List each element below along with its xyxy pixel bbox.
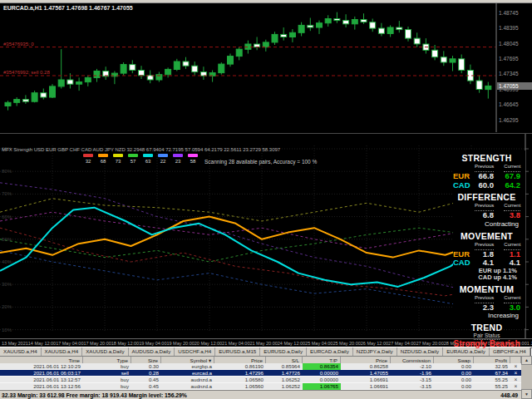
close-order-button[interactable]: ×: [510, 370, 521, 377]
percent-tick-label: 50%: [2, 237, 12, 242]
cell-symbol: audnzd.a: [161, 377, 214, 383]
movement-row-cad: CAD 4.1 4.1: [453, 259, 520, 268]
trend-status: Strongly Bearish: [453, 339, 520, 349]
momentum-current: 3.0: [510, 303, 520, 313]
cad-up-note: CAD up 4.1%: [453, 274, 520, 282]
usd-strength-value: 32: [83, 159, 93, 164]
currency-legend-values: 3268735763222358: [83, 159, 198, 164]
cad-label: CAD: [453, 259, 475, 268]
movement-subheader: Previous Current: [453, 241, 520, 250]
time-axis-label: 14 May 12:00: [28, 341, 56, 346]
strength-line-chf: [0, 224, 524, 262]
cell-commission: -3.15: [391, 383, 434, 390]
table-scrollbar[interactable]: ▲ ▼: [521, 356, 532, 399]
cell-commission: -2.10: [391, 363, 434, 370]
cell-type: sell: [83, 370, 131, 377]
scroll-down-button[interactable]: ▼: [521, 389, 532, 399]
candlestick-chart: #35476935; 0#35476992; sell 0.28: [0, 3, 532, 132]
nzd-strength-value: 58: [188, 159, 198, 164]
total-profit: 448.49: [500, 392, 518, 398]
difference-prev: 6.8: [483, 211, 494, 220]
momentum-subheader: Previous Current: [453, 294, 520, 303]
momentum-section-title: MOMENTUM: [453, 284, 520, 294]
time-axis-label: 17 May 04:00: [56, 341, 83, 346]
cell-symbol: eurcad.a: [161, 370, 214, 377]
difference-current: 3.8: [510, 211, 520, 220]
time-axis-label: 25 May 20:00: [332, 341, 360, 346]
cad-movement-prev: 4.1: [483, 259, 494, 268]
order-line-label: #35476935; 0: [3, 42, 34, 47]
momentum-note: Increasing: [453, 312, 520, 320]
close-order-button[interactable]: ×: [510, 363, 521, 370]
cell-price: 1.47296: [214, 370, 266, 377]
cell-size: 0.45: [131, 383, 161, 390]
percent-tick-label: 80%: [2, 169, 12, 174]
table-row[interactable]: 2021.06.01 13:12:57buy0.45audnzd.a1.0658…: [0, 377, 521, 383]
table-row[interactable]: 2021.06.01 12:10:29buy0.30eurgbp.a0.8619…: [0, 363, 521, 370]
cad-prev-value: 60.0: [479, 181, 495, 190]
table-row[interactable]: 2021.06.01 13:12:56buy0.45audnzd.a1.0656…: [0, 383, 521, 390]
time-axis-label: 17 May 20:00: [83, 341, 111, 346]
cad-current-value: 64.2: [505, 181, 521, 190]
cad-legend-swatch: [143, 154, 153, 157]
strength-indicator-pane[interactable]: MFX Strength USD EUR GBP CHF CAD AUD JPY…: [0, 133, 532, 339]
difference-values: 6.8 3.8: [453, 211, 520, 220]
cell-price: 1.06691: [341, 383, 391, 390]
percent-tick-label: 40%: [2, 259, 12, 264]
cell-time: 2021.06.01 12:10:29: [0, 363, 83, 370]
time-axis-label: 21 May 20:00: [249, 341, 277, 346]
time-axis-label: 20 May 12:00: [195, 341, 222, 346]
candles: [5, 12, 491, 111]
difference-section-title: DIFFERENCE: [453, 192, 520, 202]
cell-type: buy: [83, 363, 131, 370]
eur-prev-value: 66.8: [479, 172, 495, 181]
cell-profit: 67.34: [474, 370, 510, 377]
cell-swap: 0.00: [434, 377, 474, 383]
eur-label: EUR: [453, 172, 475, 181]
price-tick-label: 1.48395: [499, 25, 519, 31]
cell-commission: -1.96: [391, 370, 434, 377]
percent-tick-label: 10%: [2, 328, 12, 332]
price-tick-label: 1.48745: [499, 10, 519, 16]
price-chart-pane[interactable]: EURCAD.a,H1 1.47567 1.47698 1.46767 1.47…: [0, 3, 532, 132]
table-row[interactable]: 2021.06.01 06:03:17sell0.28eurcad.a1.472…: [0, 370, 521, 377]
time-axis-label: 18 May 12:00: [111, 341, 139, 346]
movement-section-title: MOVEMENT: [453, 231, 520, 241]
price-tick-label: 1.47345: [499, 71, 519, 76]
cell-swap: 0.00: [434, 363, 474, 370]
cell-profit: 55.25: [474, 377, 510, 383]
chf-legend-swatch: [128, 154, 138, 157]
analysis-panel: STRENGTH Previous Current EUR 66.8 67.9 …: [453, 150, 525, 328]
cell-price: 1.06691: [341, 377, 391, 383]
time-axis-label: 19 May 04:00: [139, 341, 166, 346]
strength-row-eur: EUR 66.8 67.9: [453, 172, 520, 181]
cell-sl: 0.85964: [266, 363, 303, 370]
cell-time: 2021.06.01 06:03:17: [0, 370, 83, 377]
usd-legend-swatch: [83, 154, 93, 157]
scroll-up-button[interactable]: ▲: [521, 356, 532, 365]
close-order-button[interactable]: ×: [510, 383, 521, 390]
trend-section-title: TREND: [453, 323, 520, 332]
cell-price: 1.06560: [214, 383, 266, 390]
strength-line-cad: [0, 208, 524, 287]
momentum-prev: 2.3: [483, 303, 494, 313]
order-line-label: #35476992; sell 0.28: [3, 70, 50, 75]
percent-tick-label: 20%: [2, 304, 12, 309]
cell-swap: 0.00: [434, 383, 474, 390]
jpy-legend-swatch: [173, 154, 183, 157]
current-label: Current: [504, 294, 520, 303]
indicator-header: MFX Strength USD EUR GBP CHF CAD AUD JPY…: [2, 147, 280, 152]
cell-symbol: audnzd.a: [161, 383, 214, 390]
cell-profit: 32.95: [474, 363, 510, 370]
cell-sl: 1.06252: [266, 377, 303, 383]
cell-size: 0.28: [131, 370, 161, 377]
close-order-button[interactable]: ×: [510, 377, 521, 383]
aud-legend-swatch: [158, 154, 168, 157]
cell-swap: 0.00: [434, 370, 474, 377]
strength-section-title: STRENGTH: [453, 153, 520, 163]
cell-sl: 1.06252: [266, 383, 303, 390]
cad-strength-value: 63: [143, 159, 153, 164]
cell-commission: -3.15: [391, 377, 434, 383]
difference-note: Contracting: [453, 220, 520, 229]
cell-price: 0.86258: [341, 363, 391, 370]
